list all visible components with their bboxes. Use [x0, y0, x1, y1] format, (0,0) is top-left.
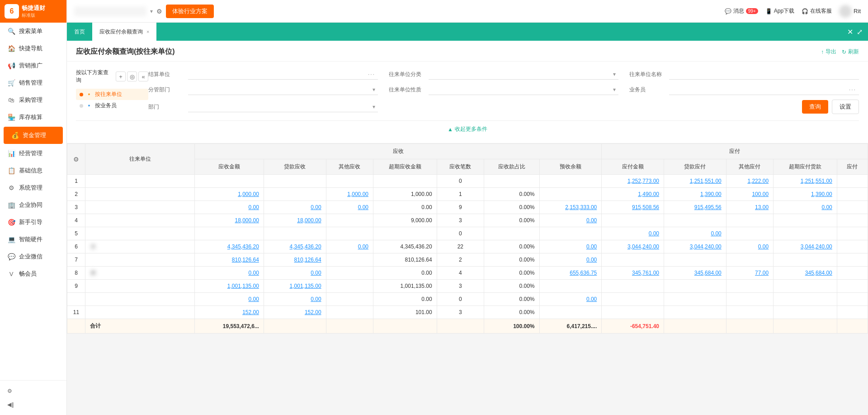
- row-rec-prepay[interactable]: 2,153,333.00: [539, 201, 602, 214]
- settlement-unit-input[interactable]: ···: [188, 69, 378, 80]
- row-pay-overdue[interactable]: 0.00: [774, 201, 837, 214]
- solution-button[interactable]: 体验行业方案: [166, 5, 214, 18]
- row-pay-overdue[interactable]: 1,251,551.00: [774, 175, 837, 188]
- row-rec-prepay[interactable]: 0.00: [539, 293, 602, 306]
- row-rec-loan[interactable]: 0.00: [264, 201, 326, 214]
- row-pay-amount[interactable]: 915,508.56: [602, 201, 664, 214]
- dept-select[interactable]: ▾: [188, 101, 378, 112]
- service-button[interactable]: 🎧 在线客服: [802, 7, 832, 15]
- sidebar-item-wechat[interactable]: 💬 企业微信: [0, 248, 66, 265]
- close-window-icon[interactable]: ✕: [847, 28, 853, 36]
- row-pay-other[interactable]: 77.00: [726, 267, 773, 280]
- table-settings-icon[interactable]: ⚙: [73, 156, 79, 163]
- row-pay-loan[interactable]: 345,684.00: [664, 267, 726, 280]
- sidebar-item-operations[interactable]: 📊 经营管理: [0, 145, 66, 162]
- dept-manage-select[interactable]: ▾: [188, 84, 378, 95]
- row-pay-amount[interactable]: 3,044,240.00: [602, 240, 664, 253]
- settings-bottom-icon: ⚙: [7, 388, 12, 394]
- sidebar-item-member[interactable]: V 畅会员: [0, 265, 66, 282]
- row-pay-loan[interactable]: 915,495.56: [664, 201, 726, 214]
- row-pay-loan[interactable]: 1,390.00: [664, 188, 726, 201]
- row-pay-loan[interactable]: 0.00: [664, 227, 726, 240]
- partner-category-select[interactable]: ▾: [429, 69, 618, 80]
- topbar-dropdown-icon[interactable]: ▾: [150, 8, 153, 14]
- row-pay-overdue[interactable]: 345,684.00: [774, 267, 837, 280]
- edit-scheme-btn[interactable]: ◎: [127, 72, 137, 81]
- col-settings[interactable]: ⚙: [67, 144, 85, 175]
- row-pay-loan[interactable]: 3,044,240.00: [664, 240, 726, 253]
- row-rec-amount[interactable]: 18,000.00: [195, 214, 264, 227]
- sidebar-item-purchase[interactable]: 🛍 采购管理: [0, 91, 66, 109]
- row-pay-other[interactable]: 100.00: [726, 188, 773, 201]
- partner-nature-select[interactable]: ▾: [429, 84, 618, 95]
- tab-home[interactable]: 首页: [67, 23, 92, 41]
- settings-button[interactable]: 设置: [832, 100, 859, 114]
- row-rec-amount[interactable]: 1,000.00: [195, 188, 264, 201]
- filter-by-staff[interactable]: 🔹 按业务员: [76, 100, 148, 111]
- row-rec-amount[interactable]: 1,001,135.00: [195, 280, 264, 293]
- refresh-button[interactable]: ↻ 刷新: [842, 48, 859, 56]
- row-rec-loan[interactable]: 4,345,436.20: [264, 240, 326, 253]
- row-rec-loan[interactable]: 810,126.64: [264, 253, 326, 267]
- sidebar-collapse-btn[interactable]: ◀‖: [0, 398, 66, 411]
- partner-name-input[interactable]: [669, 69, 859, 80]
- row-pay-overdue[interactable]: 3,044,240.00: [774, 240, 837, 253]
- sidebar-settings-btn[interactable]: ⚙: [0, 384, 66, 398]
- row-rec-prepay[interactable]: 655,636.75: [539, 267, 602, 280]
- row-pay-amount[interactable]: 1,490.00: [602, 188, 664, 201]
- row-rec-other[interactable]: 1,000.00: [326, 188, 373, 201]
- row-rec-amount[interactable]: 0.00: [195, 267, 264, 280]
- row-pay-other[interactable]: 13.00: [726, 201, 773, 214]
- tab-ar-ap[interactable]: 应收应付余额查询 ×: [92, 23, 156, 41]
- row-rec-loan[interactable]: 18,000.00: [264, 214, 326, 227]
- query-button[interactable]: 查询: [802, 100, 828, 114]
- row-rec-loan[interactable]: 1,001,135.00: [264, 280, 326, 293]
- app-download-button[interactable]: 📱 App下载: [765, 7, 794, 15]
- add-scheme-btn[interactable]: +: [116, 72, 126, 81]
- row-pay-amount[interactable]: 345,761.00: [602, 267, 664, 280]
- row-pay-tail: [837, 214, 868, 227]
- row-pay-loan[interactable]: 1,251,551.00: [664, 175, 726, 188]
- sidebar-item-finance[interactable]: 💰 资金管理: [4, 127, 63, 144]
- salesperson-input[interactable]: ···: [669, 84, 859, 95]
- row-pay-amount[interactable]: 1,252,773.00: [602, 175, 664, 188]
- maximize-icon[interactable]: ⤢: [857, 28, 863, 36]
- row-rec-other[interactable]: 0.00: [326, 201, 373, 214]
- user-area[interactable]: Rit: [839, 5, 861, 18]
- row-rec-amount[interactable]: 4,345,436.20: [195, 240, 264, 253]
- topbar-gear-icon[interactable]: ⚙: [156, 8, 162, 15]
- sidebar-item-basic-info[interactable]: 📋 基础信息: [0, 162, 66, 179]
- sidebar-item-system[interactable]: ⚙ 系统管理: [0, 179, 66, 196]
- row-pay-overdue: [774, 306, 837, 319]
- row-pay-amount[interactable]: 0.00: [602, 227, 664, 240]
- table-footer: 合计 19,553,472,6... 100.00% 6,417,215....…: [67, 319, 868, 334]
- row-pay-other[interactable]: 1,222.00: [726, 175, 773, 188]
- row-pay-overdue[interactable]: 1,390.00: [774, 188, 837, 201]
- tab-close-icon[interactable]: ×: [146, 29, 149, 34]
- row-rec-other[interactable]: 0.00: [326, 240, 373, 253]
- sidebar-item-sales[interactable]: 🛒 销售管理: [0, 74, 66, 91]
- row-rec-amount[interactable]: 0.00: [195, 201, 264, 214]
- sidebar-item-inventory[interactable]: 🏪 库存核算: [0, 109, 66, 126]
- row-pay-other[interactable]: 0.00: [726, 240, 773, 253]
- sidebar-item-enterprise[interactable]: 🏢 企业协同: [0, 196, 66, 214]
- row-rec-loan[interactable]: 152.00: [264, 306, 326, 319]
- sidebar-item-quick-nav[interactable]: 🏠 快捷导航: [0, 40, 66, 57]
- row-rec-amount[interactable]: 810,126.64: [195, 253, 264, 267]
- sidebar-item-guide[interactable]: 🎯 新手引导: [0, 214, 66, 231]
- row-rec-loan[interactable]: 0.00: [264, 267, 326, 280]
- row-rec-prepay[interactable]: 0.00: [539, 240, 602, 253]
- row-rec-amount[interactable]: 0.00: [195, 293, 264, 306]
- sidebar-item-smart-hw[interactable]: 💻 智能硬件: [0, 231, 66, 248]
- collapse-scheme-btn[interactable]: «: [138, 72, 148, 81]
- sidebar-item-marketing[interactable]: 📢 营销推广: [0, 57, 66, 74]
- row-rec-amount[interactable]: 152.00: [195, 306, 264, 319]
- filter-by-unit[interactable]: 🔸 按往来单位: [76, 89, 148, 100]
- row-rec-prepay[interactable]: 0.00: [539, 214, 602, 227]
- sidebar-item-search-menu[interactable]: 🔍 搜索菜单: [0, 23, 66, 40]
- row-rec-loan[interactable]: 0.00: [264, 293, 326, 306]
- row-rec-prepay[interactable]: 0.00: [539, 253, 602, 267]
- collapse-more-btn[interactable]: ▲ 收起更多条件: [76, 123, 859, 136]
- export-button[interactable]: ↑ 导出: [821, 48, 836, 56]
- message-button[interactable]: 💬 消息 99+: [725, 7, 758, 15]
